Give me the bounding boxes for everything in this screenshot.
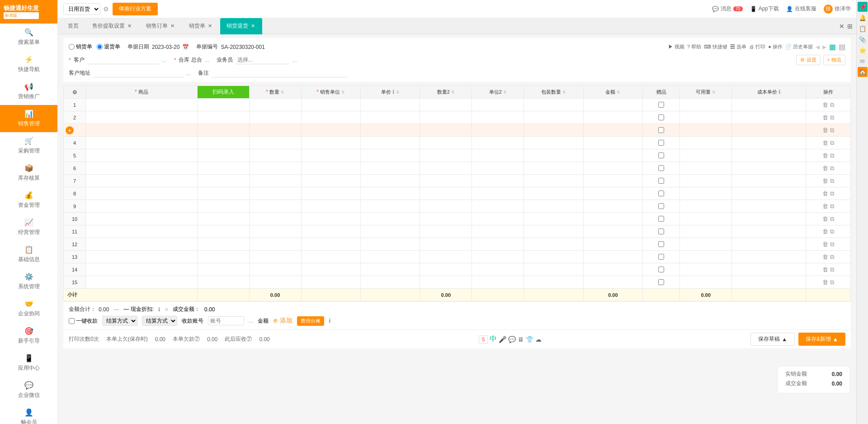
mic-icon[interactable]: 🎤 [499,336,506,343]
copy-row-8[interactable]: ⧉ [830,190,834,197]
gear-icon[interactable]: ⚙ [72,89,77,95]
unit-cell-7[interactable] [301,175,360,187]
chat-icon[interactable]: 💬 [508,336,516,343]
save-draft-btn[interactable]: 保存草稿 ▲ [750,333,795,346]
gift-checkbox-10[interactable] [658,216,664,222]
gift-checkbox-5[interactable] [658,152,664,158]
gift-cell-5[interactable] [643,149,680,162]
qty-cell-10[interactable] [249,213,301,225]
sidebar-item-newbie[interactable]: 🎯 新手引导 [0,322,57,349]
price-cell-13[interactable] [360,251,420,263]
warehouse-ellipsis[interactable]: ... [205,57,209,63]
copy-row-4[interactable]: ⧉ [830,139,834,147]
gift-cell-15[interactable] [643,276,680,289]
copy-row-1[interactable]: ⧉ [830,101,834,109]
copy-row-15[interactable]: ⧉ [830,279,834,286]
radio-sale[interactable]: 销货单 [69,43,92,51]
sidebar-item-enterprise[interactable]: 🤝 企业协同 [0,295,57,322]
product-input-3[interactable] [88,127,195,133]
sidebar-item-search[interactable]: 🔍 搜索菜单 [0,24,57,51]
price-cell-14[interactable] [360,263,420,276]
tab-home[interactable]: 首页 [61,18,85,34]
gift-cell-4[interactable] [643,137,680,149]
qty-cell-15[interactable] [249,276,301,289]
price-cell-11[interactable] [360,225,420,238]
settings-button[interactable]: ⚙ 设置 [796,55,820,65]
history-btn[interactable]: 📄 历史单据 [785,43,813,50]
gift-checkbox-6[interactable] [658,165,664,171]
tab-close-sales-order[interactable]: ✕ [170,23,175,29]
product-cell-7[interactable] [86,175,197,187]
unit-cell-2[interactable] [301,111,360,124]
logistics-button[interactable]: + 物流 [823,55,845,65]
address-ellipsis[interactable]: ... [186,70,191,76]
delete-row-10[interactable]: 🗑 [822,215,828,223]
shortcut-btn[interactable]: ⌨ 快捷键 [704,43,727,50]
tab-sales-order[interactable]: 销售订单✕ [140,18,182,34]
gift-cell-1[interactable] [643,99,680,111]
maximize-btn[interactable]: ⊞ [847,23,853,30]
price-cell-5[interactable] [360,149,420,162]
gift-cell-11[interactable] [643,225,680,238]
view-grid-icon[interactable]: ▦ [829,43,836,51]
product-cell-13[interactable] [86,251,197,263]
copy-row-5[interactable]: ⧉ [830,152,834,159]
unit-cell-13[interactable] [301,251,360,263]
gift-cell-13[interactable] [643,251,680,263]
product-cell-4[interactable] [86,137,197,149]
cloud-icon[interactable]: ☁ [535,336,542,343]
sidebar-item-sales[interactable]: 📊 销售管理 [0,105,57,132]
qty-cell-4[interactable] [249,137,301,149]
delete-row-3[interactable]: 🗑 [822,127,828,134]
product-cell-14[interactable] [86,263,197,276]
gift-cell-12[interactable] [643,238,680,251]
qty-cell-11[interactable] [249,225,301,238]
gift-checkbox-14[interactable] [658,267,664,272]
gift-checkbox-15[interactable] [658,279,664,285]
delete-row-8[interactable]: 🗑 [822,190,828,197]
copy-row-12[interactable]: ⧉ [830,241,834,248]
price-cell-6[interactable] [360,162,420,175]
messages-btn[interactable]: 💬 消息 70 [712,5,743,13]
add-row-btn-3[interactable]: + [66,126,74,134]
right-panel-icon-7[interactable]: 🏠 [858,67,868,77]
tab-sales[interactable]: 销货单✕ [183,18,219,34]
gift-cell-9[interactable] [643,200,680,213]
settle-select[interactable]: 结算方式 [102,316,137,326]
qty-cell-9[interactable] [249,200,301,213]
account-input[interactable] [208,316,244,325]
gift-cell-6[interactable] [643,162,680,175]
unit-cell-5[interactable] [301,149,360,162]
print-btn[interactable]: 🖨 打印 [749,43,765,50]
gift-checkbox-1[interactable] [658,102,664,108]
gift-checkbox-11[interactable] [658,229,664,234]
tab-close-sales-return[interactable]: ✕ [250,23,256,29]
monitor-icon[interactable]: 🖥 [518,336,524,343]
right-panel-icon-2[interactable]: 🔔 [858,13,868,23]
product-cell-10[interactable] [86,213,197,225]
product-cell-2[interactable] [86,111,197,124]
gift-cell-10[interactable] [643,213,680,225]
copy-row-14[interactable]: ⧉ [830,266,834,273]
sidebar-item-shortcut[interactable]: ⚡ 快捷导航 [0,51,57,78]
gift-cell-7[interactable] [643,175,680,187]
gift-checkbox-13[interactable] [658,254,664,260]
account-ellipsis[interactable]: ... [249,318,253,324]
gift-cell-3[interactable] [643,124,680,137]
one-click-payment[interactable]: 一键收款 [69,317,98,325]
unit-cell-12[interactable] [301,238,360,251]
right-panel-icon-1[interactable]: 📌 [858,2,868,12]
gift-checkbox-8[interactable] [658,191,664,196]
unit-cell-10[interactable] [301,213,360,225]
industry-select[interactable]: 日用百货 [63,3,100,15]
unit-cell-1[interactable] [301,99,360,111]
shirt-icon[interactable]: 👕 [526,336,533,343]
right-panel-icon-5[interactable]: ⭐ [858,45,868,55]
nav-next[interactable]: ▶ [822,44,826,50]
gift-checkbox-9[interactable] [658,203,664,209]
discount-info-icon[interactable]: ℹ [158,306,160,313]
save-new-btn[interactable]: 保存&新增 ▲ [798,333,845,346]
delete-row-13[interactable]: 🗑 [822,253,828,261]
tab-price-settings[interactable]: 售价提取设置✕ [86,18,139,34]
gift-checkbox-12[interactable] [658,241,664,247]
